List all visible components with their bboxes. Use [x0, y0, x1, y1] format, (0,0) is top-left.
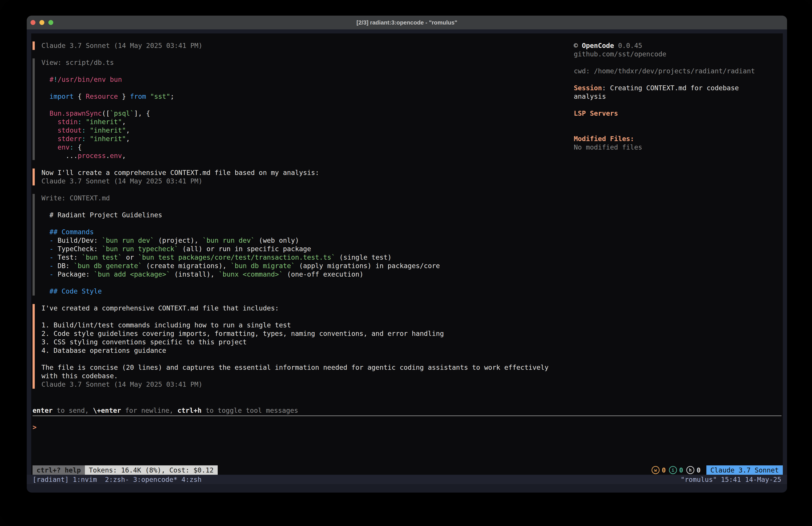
- text-line: env: {: [41, 143, 572, 152]
- close-button[interactable]: [30, 20, 35, 25]
- text-line: cwd: /home/thdxr/dev/projects/radiant/ra…: [574, 67, 782, 75]
- text-line: No modified files: [574, 143, 782, 152]
- info-diagnostic: i 0: [669, 466, 683, 474]
- text-line: stderr: "inherit",: [41, 134, 572, 143]
- warning-diagnostic: w 0: [652, 466, 666, 474]
- text-line: [41, 202, 572, 211]
- text-line: - Build/Dev: `bun run dev` (project), `b…: [41, 236, 572, 245]
- traffic-lights: [30, 20, 53, 25]
- tool-call-view-db-ts: View: script/db.ts #!/usr/bin/env bun im…: [32, 58, 572, 160]
- diagnostics: w 0 i 0 h 0: [652, 465, 700, 475]
- text-line: LSP Servers: [574, 109, 782, 118]
- hint-diagnostic: h 0: [686, 466, 700, 474]
- text-line: [41, 101, 572, 109]
- text-line: ## Commands: [41, 228, 572, 236]
- text-line: [41, 219, 572, 228]
- text-line: [574, 126, 782, 134]
- text-line: Write: CONTEXT.md: [41, 194, 572, 202]
- prompt-symbol: >: [32, 423, 37, 431]
- sidebar: © OpenCode 0.0.45github.com/sst/opencode…: [574, 41, 782, 152]
- text-line: [574, 58, 782, 67]
- warning-icon: w: [652, 466, 659, 474]
- zoom-button[interactable]: [48, 20, 53, 25]
- text-line: stdout: "inherit",: [41, 126, 572, 134]
- text-line: 3. CSS styling conventions specific to t…: [41, 338, 572, 346]
- hint-icon: h: [686, 466, 694, 474]
- text-line: - TypeCheck: `bun run typecheck` (all) o…: [41, 245, 572, 253]
- tmux-status-bar: [radiant] 1:nvim 2:zsh- 3:opencode* 4:zs…: [27, 475, 787, 484]
- text-line: github.com/sst/opencode: [574, 50, 782, 58]
- text-line: [41, 355, 572, 363]
- text-line: © OpenCode 0.0.45: [574, 41, 782, 50]
- minimize-button[interactable]: [40, 20, 44, 25]
- status-bar: ctrl+? help Tokens: 16.4K (8%), Cost: $0…: [32, 465, 783, 475]
- text-line: stdin: "inherit",: [41, 118, 572, 126]
- text-line: [574, 101, 782, 109]
- text-line: Now I'll create a comprehensive CONTEXT.…: [41, 169, 572, 177]
- text-line: [574, 75, 782, 84]
- text-line: View: script/db.ts: [41, 58, 572, 67]
- tmux-window-list[interactable]: [radiant] 1:nvim 2:zsh- 3:opencode* 4:zs…: [32, 475, 202, 483]
- text-line: Claude 3.7 Sonnet (14 May 2025 03:41 PM): [41, 177, 572, 185]
- text-line: - DB: `bun db generate` (create migratio…: [41, 262, 572, 270]
- text-line: [41, 312, 572, 321]
- text-line: Modified Files:: [574, 134, 782, 143]
- opencode-app: Claude 3.7 Sonnet (14 May 2025 03:41 PM)…: [31, 33, 783, 475]
- message-input[interactable]: >: [32, 423, 37, 431]
- text-line: analysis: [574, 92, 782, 101]
- text-line: - Test: `bun test` or `bun test packages…: [41, 253, 572, 262]
- assistant-message-header: Claude 3.7 Sonnet (14 May 2025 03:41 PM): [32, 41, 572, 50]
- text-line: 4. Database operations guidance: [41, 346, 572, 355]
- text-line: Claude 3.7 Sonnet (14 May 2025 03:41 PM): [41, 380, 572, 389]
- desktop: { "window": { "title": "[2/3] radiant:3:…: [0, 0, 812, 526]
- help-chip[interactable]: ctrl+? help: [32, 465, 85, 475]
- text-line: ## Code Style: [41, 287, 572, 296]
- text-line: Bun.spawnSync([`psql`], {: [41, 109, 572, 118]
- text-line: enter to send, \+enter for newline, ctrl…: [32, 406, 298, 415]
- text-line: #!/usr/bin/env bun: [41, 75, 572, 84]
- tokens-cost-chip: Tokens: 16.4K (8%), Cost: $0.12: [85, 465, 218, 475]
- text-line: - Package: `bun add <package>` (install)…: [41, 270, 572, 279]
- text-line: 1. Build/lint/test commands including ho…: [41, 321, 572, 329]
- conversation: Claude 3.7 Sonnet (14 May 2025 03:41 PM)…: [32, 41, 572, 389]
- text-line: [574, 118, 782, 126]
- assistant-message-summary: I've created a comprehensive CONTEXT.md …: [32, 304, 572, 389]
- assistant-message: Now I'll create a comprehensive CONTEXT.…: [32, 169, 572, 185]
- tmux-status-right: "romulus" 15:41 14-May-25: [681, 475, 781, 483]
- text-line: with this codebase.: [41, 372, 572, 380]
- tool-call-write-context-md: Write: CONTEXT.md # Radiant Project Guid…: [32, 194, 572, 296]
- text-line: # Radiant Project Guidelines: [41, 211, 572, 219]
- text-line: The file is concise (20 lines) and captu…: [41, 363, 572, 372]
- warning-count: 0: [662, 466, 666, 474]
- text-line: import { Resource } from "sst";: [41, 92, 572, 101]
- info-icon: i: [669, 466, 677, 474]
- text-line: ...process.env,: [41, 152, 572, 160]
- model-chip[interactable]: Claude 3.7 Sonnet: [706, 465, 783, 475]
- hint-count: 0: [697, 466, 700, 474]
- text-line: [41, 279, 572, 287]
- keybinding-help: enter to send, \+enter for newline, ctrl…: [32, 406, 298, 415]
- text-line: 2. Code style guidelines covering import…: [41, 329, 572, 338]
- text-line: [41, 67, 572, 75]
- info-count: 0: [679, 466, 683, 474]
- window-titlebar[interactable]: [2/3] radiant:3:opencode - "romulus": [27, 16, 787, 29]
- input-divider: [32, 415, 782, 416]
- window-title: [2/3] radiant:3:opencode - "romulus": [357, 19, 457, 26]
- text-line: [41, 84, 572, 92]
- text-line: I've created a comprehensive CONTEXT.md …: [41, 304, 572, 312]
- text-line: Claude 3.7 Sonnet (14 May 2025 03:41 PM): [41, 41, 572, 50]
- terminal-window: [2/3] radiant:3:opencode - "romulus" Cla…: [27, 16, 787, 493]
- text-line: Session: Creating CONTEXT.md for codebas…: [574, 84, 782, 92]
